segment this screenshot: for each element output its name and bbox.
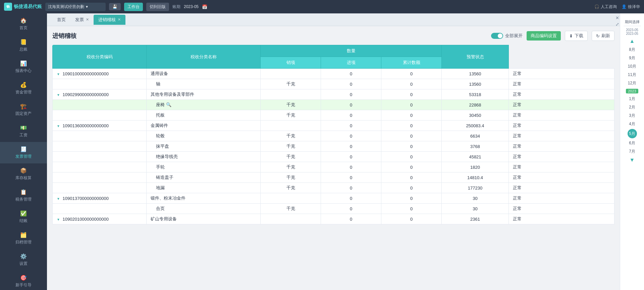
cell-status: 正常 bbox=[509, 110, 614, 121]
collapse-icon[interactable]: ▼ bbox=[57, 72, 60, 76]
year-label-2023[interactable]: 2023 bbox=[626, 89, 638, 93]
sidebar-item-assets[interactable]: 🏗️ 固定资产 bbox=[0, 99, 47, 121]
expand-toggle[interactable]: 全部展开 bbox=[491, 33, 523, 39]
sidebar-label-guide: 新手引导 bbox=[15, 282, 32, 288]
sidebar-item-invoice[interactable]: 🧾 发票管理 bbox=[0, 142, 47, 163]
cell-unit: 千克 bbox=[261, 162, 321, 172]
cell-sales: 0 bbox=[321, 172, 381, 183]
tab-bar: 首页 发票 ✕ 进销稽核 ✕ bbox=[47, 13, 620, 26]
month-1[interactable]: 1月 bbox=[624, 95, 641, 103]
nav-up[interactable]: ▲ bbox=[628, 37, 636, 46]
help-button[interactable]: 🎧 人工咨询 bbox=[594, 4, 617, 10]
sidebar-label-settings: 设置 bbox=[19, 261, 28, 267]
tab-home[interactable]: 首页 bbox=[52, 15, 70, 25]
month-2[interactable]: 2月 bbox=[624, 103, 641, 112]
tab-home-label: 首页 bbox=[57, 17, 66, 23]
table-row: ▼ 1090137000000000000 锻件、粉末冶金件 0 0 30 正常 bbox=[53, 193, 614, 204]
calendar-icon[interactable]: 📅 bbox=[202, 4, 207, 9]
month-5-active[interactable]: 5月 bbox=[628, 129, 637, 138]
sidebar-item-reports[interactable]: 📊 报表中心 bbox=[0, 56, 47, 78]
sidebar-item-inventory[interactable]: 📦 库存核算 bbox=[0, 163, 47, 185]
cell-unit: 千克 bbox=[261, 131, 321, 141]
sidebar-label-ledger: 总账 bbox=[19, 47, 28, 52]
cell-sales: 0 bbox=[321, 204, 381, 214]
month-8[interactable]: 8月 bbox=[624, 46, 641, 54]
settings-icon: ⚙️ bbox=[20, 253, 27, 260]
month-10[interactable]: 10月 bbox=[624, 62, 641, 71]
sidebar-item-settings[interactable]: ⚙️ 设置 bbox=[0, 249, 47, 271]
cell-name: 通用设备 bbox=[147, 69, 261, 79]
sidebar-label-invoice: 发票管理 bbox=[15, 154, 32, 159]
cell-unit bbox=[261, 69, 321, 79]
sidebar-item-home[interactable]: 🏠 首页 bbox=[0, 13, 47, 35]
cell-unit: 千克 bbox=[261, 204, 321, 214]
collapse-icon[interactable]: ▼ bbox=[57, 93, 60, 97]
save-draft-button[interactable]: 💾 bbox=[109, 3, 121, 10]
sidebar-item-ledger[interactable]: 📒 总账 bbox=[0, 35, 47, 56]
cell-status: 正常 bbox=[509, 79, 614, 89]
cell-total: 2361 bbox=[442, 214, 509, 224]
sidebar-item-settlement[interactable]: ✅ 结账 bbox=[0, 206, 47, 228]
home-icon: 🏠 bbox=[20, 17, 27, 24]
cell-unit: 千克 bbox=[261, 79, 321, 89]
sidebar-item-tax[interactable]: 📋 税务管理 bbox=[0, 185, 47, 206]
collapse-icon[interactable]: ▼ bbox=[57, 218, 60, 221]
salary-icon: 💵 bbox=[20, 125, 27, 131]
main-layout: 🏠 首页 📒 总账 📊 报表中心 💰 资金管理 🏗️ 固定资产 💵 工资 bbox=[0, 13, 644, 290]
sidebar-item-archive[interactable]: 🗂️ 归档管理 bbox=[0, 228, 47, 249]
cell-status: 正常 bbox=[509, 121, 614, 131]
download-btn[interactable]: ⬇ 下载 bbox=[565, 31, 588, 41]
tax-icon: 📋 bbox=[20, 189, 27, 195]
cell-code bbox=[53, 183, 147, 193]
expand-panel-icon[interactable]: ⤢ bbox=[615, 22, 619, 27]
month-6[interactable]: 6月 bbox=[624, 139, 641, 147]
cell-name: 地漏 bbox=[147, 183, 261, 193]
th-quantity: 数量 bbox=[261, 45, 442, 57]
close-panel-icon[interactable]: ✕ bbox=[615, 15, 619, 20]
refresh-label: 刷新 bbox=[601, 33, 610, 39]
month-4[interactable]: 4月 bbox=[624, 120, 641, 128]
month-11[interactable]: 11月 bbox=[624, 71, 641, 79]
cell-status: 正常 bbox=[509, 100, 614, 110]
sidebar-item-salary[interactable]: 💵 工资 bbox=[0, 121, 47, 142]
tab-reconcile[interactable]: 进销稽核 ✕ bbox=[94, 15, 125, 25]
nav-down[interactable]: ▼ bbox=[628, 156, 636, 164]
user-menu[interactable]: 👤 徐泽华 bbox=[622, 4, 640, 10]
cell-purchase: 0 bbox=[381, 193, 442, 204]
toggle-switch[interactable] bbox=[491, 33, 503, 39]
sidebar-item-guide[interactable]: 🎯 新手引导 bbox=[0, 271, 47, 290]
collapse-icon[interactable]: ▼ bbox=[57, 124, 60, 128]
sidebar-label-tax: 税务管理 bbox=[15, 197, 32, 202]
guide-icon: 🎯 bbox=[20, 275, 27, 281]
month-12[interactable]: 12月 bbox=[624, 79, 641, 87]
month-7[interactable]: 7月 bbox=[624, 147, 641, 156]
tab-invoice-label: 发票 bbox=[75, 17, 84, 23]
search-icon[interactable]: 🔍 bbox=[166, 102, 171, 107]
product-code-btn[interactable]: 商品编码设置 bbox=[527, 31, 561, 41]
cell-name: 绝缘导线壳 bbox=[147, 152, 261, 162]
switch-version-button[interactable]: 切到旧版 bbox=[146, 3, 169, 11]
sidebar-label-archive: 归档管理 bbox=[15, 239, 32, 245]
cell-total: 13560 bbox=[442, 69, 509, 79]
month-9[interactable]: 9月 bbox=[624, 54, 641, 62]
cell-total: 30 bbox=[442, 193, 509, 204]
company-selector[interactable]: 沈海英测试经营勿删 ▾ bbox=[45, 3, 106, 11]
cell-total: 45821 bbox=[442, 152, 509, 162]
month-3[interactable]: 3月 bbox=[624, 112, 641, 120]
table-row: 轴 千克 0 0 13560 正常 bbox=[53, 79, 614, 89]
tab-invoice-close[interactable]: ✕ bbox=[86, 17, 89, 22]
collapse-icon[interactable]: ▼ bbox=[57, 197, 60, 201]
refresh-btn[interactable]: ↻ 刷新 bbox=[592, 31, 614, 41]
workbench-button[interactable]: 工作台 bbox=[124, 3, 143, 11]
cell-code bbox=[53, 110, 147, 121]
sidebar-item-funds[interactable]: 💰 资金管理 bbox=[0, 78, 47, 99]
tab-invoice[interactable]: 发票 ✕ bbox=[70, 15, 94, 25]
ledger-icon: 📒 bbox=[20, 39, 27, 45]
toggle-label: 全部展开 bbox=[505, 33, 523, 39]
cell-total: 14810.4 bbox=[442, 172, 509, 183]
cell-total: 30450 bbox=[442, 110, 509, 121]
cell-name: 锻件、粉末冶金件 bbox=[147, 193, 261, 204]
headset-icon: 🎧 bbox=[594, 4, 599, 9]
tab-reconcile-close[interactable]: ✕ bbox=[118, 17, 121, 22]
download-label: 下载 bbox=[575, 33, 583, 39]
